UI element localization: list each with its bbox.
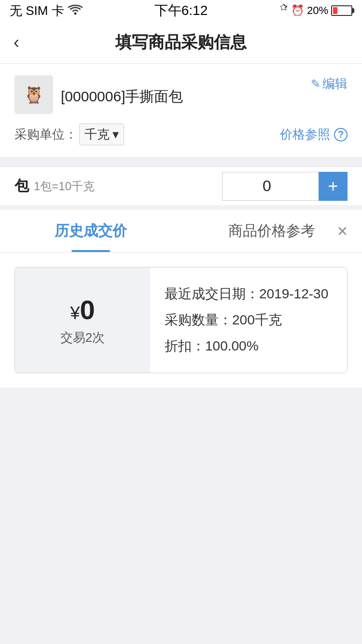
quantity-label: 包 1包=10千克 — [14, 176, 95, 196]
back-button[interactable]: ‹ — [14, 32, 19, 53]
tab-content: ¥0 交易2次 最近成交日期：2019-12-30 采购数量：200千克 折扣：… — [0, 252, 362, 388]
recent-date-label: 最近成交日期： — [165, 286, 259, 301]
unit-select[interactable]: 千克 ▾ — [79, 124, 124, 145]
chevron-down-icon: ▾ — [112, 127, 119, 142]
quantity-input-wrap: + — [222, 172, 348, 201]
tab-underline — [71, 250, 110, 252]
discount-row: 折扣：100.00% — [165, 337, 333, 355]
product-owl-icon: 🦉 — [24, 85, 44, 104]
product-meta: 采购单位： 千克 ▾ 价格参照 ? — [14, 124, 348, 145]
location-icon — [279, 4, 288, 17]
svg-point-0 — [74, 12, 76, 14]
edit-button[interactable]: ✎ 编辑 — [311, 75, 348, 92]
help-icon: ? — [334, 128, 348, 141]
status-bar: 无 SIM 卡 下午6:12 ⏰ 20% — [0, 0, 362, 21]
tabs-header: 历史成交价 商品价格参考 × — [0, 210, 362, 252]
status-time: 下午6:12 — [154, 1, 208, 20]
edit-icon: ✎ — [311, 77, 320, 91]
quantity-conversion: 1包=10千克 — [34, 179, 95, 194]
battery-icon — [331, 5, 352, 16]
status-left: 无 SIM 卡 — [10, 2, 83, 19]
tab-reference-label: 商品价格参考 — [228, 221, 315, 241]
tab-price-reference[interactable]: 商品价格参考 — [181, 210, 362, 252]
unit-label: 采购单位： — [14, 127, 77, 141]
product-thumbnail: 🦉 — [14, 75, 53, 114]
product-header: 🦉 [0000006]手撕面包 ✎ 编辑 — [14, 75, 348, 114]
purchase-qty-row: 采购数量：200千克 — [165, 311, 333, 329]
tab-history-price[interactable]: 历史成交价 — [0, 210, 181, 252]
product-name: [0000006]手撕面包 — [61, 83, 183, 107]
purchase-qty-value: 200千克 — [232, 312, 282, 327]
alarm-icon: ⏰ — [291, 4, 304, 17]
price-trades: 交易2次 — [60, 329, 105, 346]
quantity-plus-button[interactable]: + — [319, 172, 348, 201]
price-display: ¥0 — [70, 294, 95, 325]
price-card-left: ¥0 交易2次 — [15, 267, 150, 373]
tabs-panel: 历史成交价 商品价格参考 × ¥0 交易2次 最近成交日期：2019-12-30… — [0, 210, 362, 388]
price-card-right: 最近成交日期：2019-12-30 采购数量：200千克 折扣：100.00% — [150, 267, 347, 373]
main-body — [0, 388, 362, 644]
nav-bar: ‹ 填写商品采购信息 — [0, 21, 362, 64]
discount-label: 折扣： — [165, 338, 205, 353]
discount-value: 100.00% — [205, 338, 259, 353]
product-left: 🦉 [0000006]手撕面包 — [14, 75, 183, 114]
carrier-text: 无 SIM 卡 — [10, 2, 64, 19]
price-reference-button[interactable]: 价格参照 ? — [280, 126, 348, 143]
price-currency: ¥ — [70, 303, 80, 323]
purchase-qty-label: 采购数量： — [165, 312, 232, 327]
wifi-icon — [68, 3, 83, 18]
recent-date-row: 最近成交日期：2019-12-30 — [165, 285, 333, 303]
quantity-input[interactable] — [222, 172, 319, 201]
tab-history-label: 历史成交价 — [55, 221, 127, 241]
quantity-unit: 包 — [14, 176, 29, 196]
battery-percent: 20% — [307, 4, 328, 17]
nav-title: 填写商品采购信息 — [115, 31, 247, 54]
product-section: 🦉 [0000006]手撕面包 ✎ 编辑 采购单位： 千克 ▾ 价格参照 ? — [0, 64, 362, 157]
status-right: ⏰ 20% — [279, 4, 352, 17]
quantity-section: 包 1包=10千克 + — [0, 167, 362, 205]
price-amount: 0 — [80, 294, 95, 325]
tab-close-button[interactable]: × — [337, 221, 348, 241]
unit-selector-wrap: 采购单位： 千克 ▾ — [14, 124, 124, 145]
recent-date-value: 2019-12-30 — [259, 286, 328, 301]
price-card: ¥0 交易2次 最近成交日期：2019-12-30 采购数量：200千克 折扣：… — [14, 267, 348, 373]
